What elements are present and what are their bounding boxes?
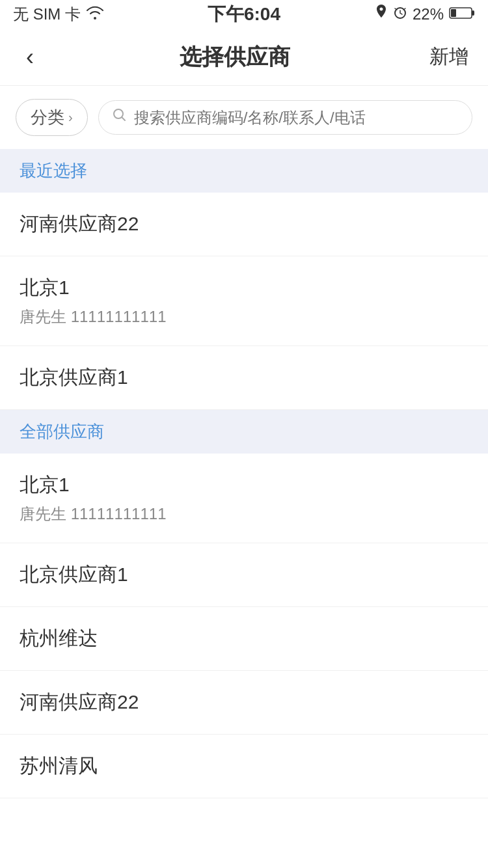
search-input[interactable] [134,109,459,127]
status-right: 22% [375,5,475,24]
location-icon [375,5,388,24]
list-item[interactable]: 苏州清风 [0,735,488,798]
add-button[interactable]: 新增 [429,44,468,70]
recent-section-label: 最近选择 [20,161,87,180]
svg-rect-2 [472,10,474,16]
chevron-right-icon: › [68,110,73,125]
nav-bar: ‹ 选择供应商 新增 [0,29,488,86]
list-item[interactable]: 北京1唐先生 11111111111 [0,454,488,543]
recent-section-header: 最近选择 [0,149,488,193]
item-name: 北京1 [20,275,468,301]
list-item[interactable]: 北京供应商1 [0,346,488,410]
back-button[interactable]: ‹ [20,37,40,77]
svg-rect-3 [451,9,456,17]
item-name: 河南供应商22 [20,211,468,237]
wifi-icon [86,5,104,23]
all-section-header: 全部供应商 [0,410,488,454]
item-name: 苏州清风 [20,753,468,780]
item-name: 北京供应商1 [20,562,468,588]
search-icon [112,107,128,128]
alarm-icon [393,5,407,23]
status-bar: 无 SIM 卡 下午6:04 22% [0,0,488,29]
filter-bar: 分类 › [0,86,488,149]
item-name: 河南供应商22 [20,689,468,716]
battery-text: 22% [413,5,444,23]
list-item[interactable]: 北京供应商1 [0,543,488,607]
list-item[interactable]: 杭州维达 [0,607,488,671]
recent-list: 河南供应商22北京1唐先生 11111111111北京供应商1 [0,193,488,410]
carrier-text: 无 SIM 卡 [13,4,81,25]
list-item[interactable]: 河南供应商22 [0,193,488,256]
item-name: 杭州维达 [20,625,468,652]
status-left: 无 SIM 卡 [13,4,104,25]
page-title: 选择供应商 [180,42,290,72]
battery-icon [449,5,475,23]
search-box [98,100,472,135]
item-name: 北京供应商1 [20,364,468,391]
item-name: 北京1 [20,472,468,498]
item-sub: 唐先生 11111111111 [20,306,468,327]
category-button[interactable]: 分类 › [16,99,88,136]
list-item[interactable]: 河南供应商22 [0,671,488,735]
all-section-label: 全部供应商 [20,422,104,441]
category-label: 分类 [31,106,64,129]
status-time: 下午6:04 [208,2,280,27]
list-item[interactable]: 北京1唐先生 11111111111 [0,256,488,346]
item-sub: 唐先生 11111111111 [20,504,468,524]
all-list: 北京1唐先生 11111111111北京供应商1杭州维达河南供应商22苏州清风 [0,454,488,798]
